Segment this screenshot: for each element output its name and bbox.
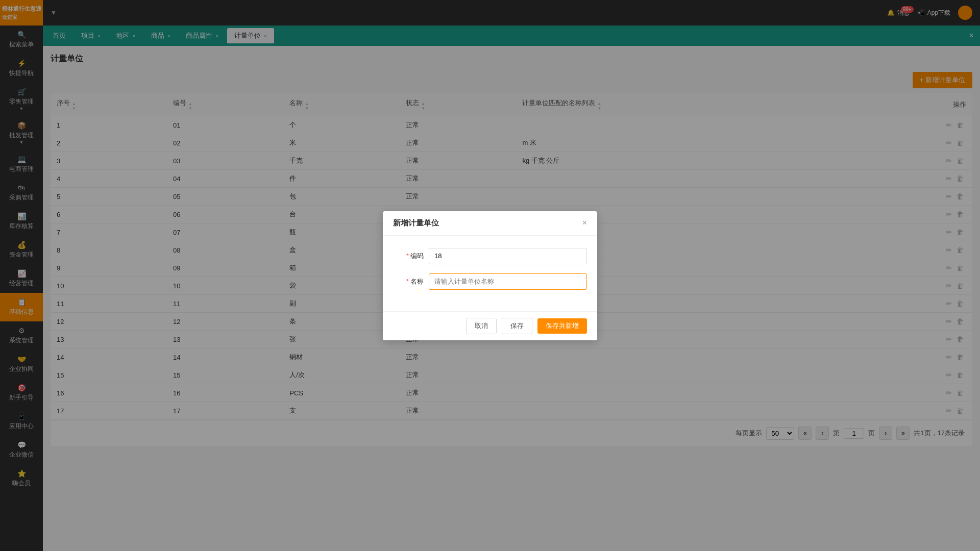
- code-label: *编码: [393, 252, 424, 261]
- modal-overlay: 新增计量单位 × *编码 *名称 取消 保存 保存并新增: [0, 0, 980, 551]
- modal-header: 新增计量单位 ×: [383, 211, 597, 236]
- save-and-add-button[interactable]: 保存并新增: [537, 318, 587, 334]
- add-unit-modal: 新增计量单位 × *编码 *名称 取消 保存 保存并新增: [383, 211, 597, 340]
- code-field-row: *编码: [393, 248, 587, 264]
- save-button[interactable]: 保存: [502, 318, 532, 334]
- modal-title: 新增计量单位: [393, 218, 439, 228]
- name-field-row: *名称: [393, 273, 587, 290]
- modal-body: *编码 *名称: [383, 236, 597, 311]
- name-label: *名称: [393, 277, 424, 286]
- modal-close-button[interactable]: ×: [582, 218, 587, 228]
- modal-footer: 取消 保存 保存并新增: [383, 311, 597, 340]
- name-input[interactable]: [429, 273, 587, 290]
- code-input[interactable]: [429, 248, 587, 264]
- cancel-button[interactable]: 取消: [466, 318, 497, 334]
